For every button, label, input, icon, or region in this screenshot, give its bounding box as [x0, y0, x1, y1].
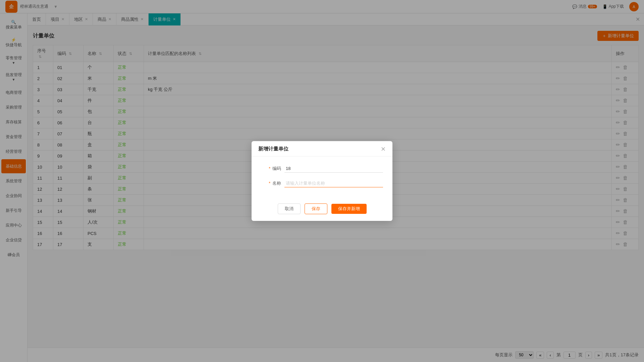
code-field-row: * 编码: [261, 165, 383, 173]
name-label: * 名称: [261, 180, 281, 186]
code-label: * 编码: [261, 166, 281, 172]
save-and-new-button[interactable]: 保存并新增: [331, 204, 367, 214]
modal-body: * 编码 * 名称: [252, 157, 392, 199]
modal-title: 新增计量单位: [258, 146, 288, 152]
add-unit-modal: 新增计量单位 ✕ * 编码 * 名称 取消 保存 保存并新增: [252, 141, 392, 221]
name-input[interactable]: [284, 179, 383, 187]
modal-footer: 取消 保存 保存并新增: [252, 199, 392, 221]
save-button[interactable]: 保存: [305, 203, 327, 214]
modal-header: 新增计量单位 ✕: [252, 141, 392, 157]
name-field-row: * 名称: [261, 179, 383, 187]
cancel-button[interactable]: 取消: [278, 203, 301, 214]
modal-close-btn[interactable]: ✕: [381, 146, 386, 152]
modal-overlay[interactable]: 新增计量单位 ✕ * 编码 * 名称 取消 保存 保存并新增: [0, 0, 644, 362]
code-input[interactable]: [284, 165, 383, 173]
